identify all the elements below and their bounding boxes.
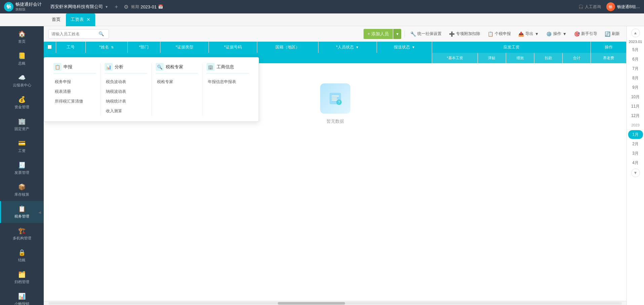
- close-period-icon: 🔒: [18, 249, 26, 256]
- salary-icon: 💳: [18, 140, 26, 147]
- guide-btn-icon: 🎯: [574, 31, 580, 37]
- support-button[interactable]: 🎧 人工咨询: [578, 4, 601, 10]
- logo-text: 畅捷通好会计: [15, 2, 42, 7]
- main-layout: 🏠 首页 📒 总账 ☁️ 云报表中心 💰 资金管理 🏢 固定资产 💳 工资 🧾 …: [0, 26, 644, 305]
- time-month-4[interactable]: 4月: [628, 158, 643, 167]
- expert-title: 税检专家: [166, 64, 183, 70]
- user-name: 畅捷通B组…: [617, 4, 640, 10]
- guide-label: 新手引导: [581, 31, 597, 37]
- menu-tax-expert[interactable]: 税检专家: [156, 77, 198, 87]
- th-id-type: *证据类型: [160, 42, 209, 53]
- tax-declaration-button[interactable]: 📋 个税申报: [486, 29, 513, 39]
- tab-home[interactable]: 首页: [47, 13, 65, 26]
- th-pension: 养老费: [591, 53, 627, 63]
- menu-annual-report[interactable]: 年报信息申报表: [206, 77, 249, 87]
- time-month-11[interactable]: 11月: [628, 102, 643, 111]
- tab-salary-label: 工资表: [71, 16, 84, 23]
- time-month-9[interactable]: 9月: [628, 83, 643, 92]
- top-icons: ＋ ⚙: [114, 3, 128, 10]
- action-label: 操作: [553, 31, 561, 37]
- time-month-7[interactable]: 7月: [628, 64, 643, 73]
- sidebar-item-ledger[interactable]: 📒 总账: [0, 48, 44, 70]
- tab-close-icon[interactable]: ✕: [86, 17, 90, 22]
- menu-tax-burden[interactable]: 税负波动表: [105, 77, 147, 87]
- time-month-3[interactable]: 3月: [628, 149, 643, 158]
- sidebar-item-home[interactable]: 🏠 首页: [0, 26, 44, 48]
- sidebar-item-tax[interactable]: 📋 税务管理 ◀: [0, 201, 44, 223]
- sidebar-item-multi[interactable]: 🏗️ 多机构管理: [0, 223, 44, 245]
- add-icon[interactable]: ＋: [114, 3, 119, 10]
- refresh-icon: 🔄: [605, 31, 610, 37]
- bizinfo-icon: 🏢: [206, 63, 215, 71]
- inventory-icon: 📦: [18, 183, 26, 191]
- h-scrollbar[interactable]: [44, 301, 627, 305]
- sidebar-item-invoice[interactable]: 🧾 发票管理: [0, 157, 44, 179]
- sidebar-item-inventory[interactable]: 📦 库存核算: [0, 179, 44, 201]
- search-input[interactable]: [51, 32, 99, 36]
- home-icon: 🏠: [18, 30, 26, 38]
- sidebar-item-cloud[interactable]: ☁️ 云报表中心: [0, 70, 44, 92]
- th-employee-id: 工号: [56, 42, 85, 53]
- sidebar-item-archive[interactable]: 🗂️ 归档管理: [0, 267, 44, 289]
- popup-section-title-declaration: 📋 申报: [53, 63, 96, 74]
- report-status-filter-icon[interactable]: ▼: [412, 45, 415, 49]
- bizinfo-title: 工商信息: [217, 64, 234, 70]
- popup-section-analysis: 📊 分析 税负波动表 纳税波动表 纳税统计表 收入测算: [101, 63, 152, 116]
- export-button[interactable]: 📤 导出 ▼: [516, 29, 541, 39]
- social-security-button[interactable]: 🔧 统一社保设置: [408, 29, 444, 39]
- search-icon[interactable]: 🔍: [99, 31, 104, 36]
- th-checkbox: [44, 42, 56, 53]
- add-person-button[interactable]: + 添加人员: [364, 29, 393, 39]
- add-dropdown-button[interactable]: ▼: [393, 29, 401, 39]
- calendar-icon[interactable]: 📅: [158, 4, 163, 9]
- company-selector[interactable]: 西安虾米网络科技有限公司 ▼: [50, 4, 108, 10]
- declaration-title: 申报: [64, 64, 72, 70]
- time-month-2[interactable]: 2月: [628, 140, 643, 148]
- multi-icon: 🏗️: [18, 227, 26, 234]
- select-all-checkbox[interactable]: [47, 45, 52, 49]
- menu-tax-payment[interactable]: 纳税波动表: [105, 87, 147, 97]
- svg-rect-1: [332, 96, 339, 97]
- sidebar-item-salary[interactable]: 💳 工资: [0, 136, 44, 157]
- h-scroll-thumb[interactable]: [278, 302, 345, 305]
- menu-tax-statistics[interactable]: 纳税统计表: [105, 97, 147, 106]
- time-month-5[interactable]: 5月: [628, 45, 643, 54]
- guide-button[interactable]: 🎯 新手引导: [572, 29, 599, 39]
- table-header-row1: 工号 *姓名 ⇅ *部门 *证据类型: [44, 42, 627, 53]
- sidebar-item-close[interactable]: 🔒 结账: [0, 245, 44, 267]
- th-base-salary: *基本工资: [432, 53, 478, 63]
- time-month-10[interactable]: 10月: [628, 92, 643, 101]
- avatar: 畅: [606, 2, 615, 11]
- time-month-6[interactable]: 6月: [628, 55, 643, 64]
- search-box: 🔍: [48, 29, 109, 39]
- sidebar-item-xiaochang[interactable]: 📊 小畅报销: [0, 289, 44, 305]
- action-button[interactable]: ⚙️ 操作 ▼: [544, 29, 569, 39]
- refresh-button[interactable]: 🔄 刷新: [603, 29, 622, 39]
- add-button-group: + 添加人员 ▼: [364, 29, 401, 39]
- popup-section-title-expert: 🔍 税检专家: [156, 63, 198, 74]
- time-month-1[interactable]: 1月: [628, 130, 643, 139]
- menu-tax-register[interactable]: 税表清册: [53, 87, 96, 97]
- menu-tax-declaration[interactable]: 税务申报: [53, 77, 96, 87]
- menu-income-tax-clear[interactable]: 所得税汇算清缴: [53, 97, 96, 106]
- sidebar-item-assets[interactable]: 🏢 固定资产: [0, 114, 44, 136]
- svg-text:?: ?: [338, 101, 340, 104]
- time-month-8[interactable]: 8月: [628, 74, 643, 82]
- settings-icon[interactable]: ⚙: [124, 4, 128, 10]
- th-performance: 绩效: [506, 53, 534, 63]
- time-nav-down[interactable]: ▼: [631, 168, 640, 177]
- tab-salary[interactable]: 工资表 ✕: [66, 13, 95, 26]
- deduction-button[interactable]: ➕ 专项附加扣除: [447, 29, 482, 39]
- person-status-filter-icon[interactable]: ▼: [355, 45, 359, 49]
- name-sort-icon[interactable]: ⇅: [111, 45, 114, 49]
- sidebar-item-fund[interactable]: 💰 资金管理: [0, 92, 44, 114]
- time-nav-up[interactable]: ▲: [631, 29, 640, 37]
- empty-text: 暂无数据: [327, 118, 344, 124]
- time-panel: ▲ 2023.01 5月 6月 7月 8月 9月 10月 11月 12月 202…: [627, 26, 644, 305]
- th-total: 合计: [563, 53, 591, 63]
- user-area[interactable]: 畅 畅捷通B组…: [606, 2, 640, 11]
- archive-icon: 🗂️: [18, 271, 26, 278]
- menu-income-calc[interactable]: 收入测算: [105, 106, 147, 116]
- time-month-12[interactable]: 12月: [628, 111, 643, 120]
- export-label: 导出: [525, 31, 533, 37]
